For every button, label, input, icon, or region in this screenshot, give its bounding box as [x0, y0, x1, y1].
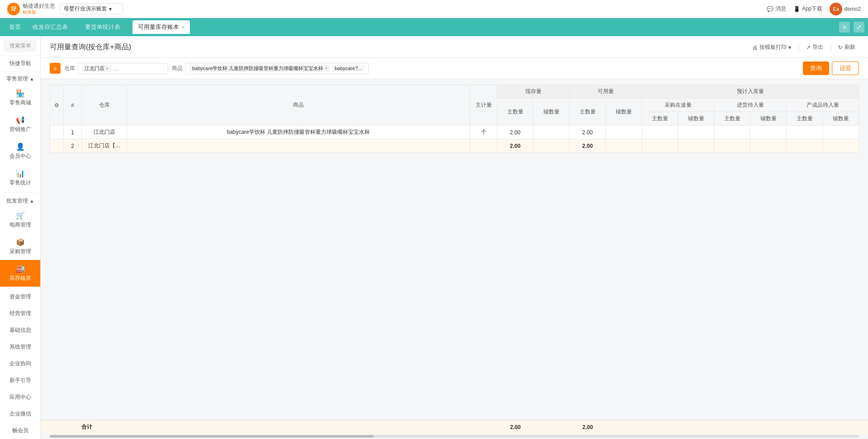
top-bar-left: 好 畅捷通好生意 标准版 母婴行业演示账套 ▾	[7, 3, 123, 15]
row1-current-aux	[533, 126, 570, 139]
row1-prod-main	[787, 126, 823, 139]
search-menu-button[interactable]: 搜索菜单	[4, 40, 37, 52]
warehouse-input[interactable]: 江北门店 × ...	[78, 63, 168, 74]
sidebar-item-retail-shop[interactable]: 🏪 零售商城	[0, 85, 40, 111]
refresh-icon: ↻	[838, 44, 843, 51]
col-header-no: #	[64, 85, 82, 126]
tab-close-receive[interactable]: ×	[71, 24, 73, 30]
warehouse-tag-remove-1[interactable]: ×	[106, 66, 108, 71]
footer-label: 合计	[81, 423, 211, 431]
sidebar-item-newbie[interactable]: 新手引导	[0, 372, 40, 389]
refresh-button[interactable]: ↻ 刷新	[835, 42, 859, 53]
divider-1	[4, 192, 37, 193]
action-divider-1	[798, 44, 799, 51]
col-subheader-prod-main: 主数量	[787, 112, 823, 126]
row2-warehouse: 江北门店【...	[82, 139, 127, 153]
sidebar-item-label-member2: 畅会员	[12, 427, 28, 434]
query-button[interactable]: 查询	[803, 61, 829, 75]
print-icon: 🖨	[752, 44, 758, 51]
sidebar-group-wholesale[interactable]: 批发管理 ▲	[0, 194, 40, 207]
scrollbar-thumb[interactable]	[50, 435, 373, 438]
sidebar-item-appcenter[interactable]: 应用中心	[0, 389, 40, 406]
row1-pur-aux	[678, 126, 714, 139]
sidebar-item-inventory[interactable]: 🏭 库存核算	[0, 260, 40, 287]
footer-table: 合计 2.00 2.00	[50, 423, 859, 431]
col-subheader-avail-main: 主数量	[570, 99, 606, 126]
export-button[interactable]: ↗ 导出	[802, 42, 827, 53]
row2-pen-aux	[750, 139, 787, 153]
row2-prod-main	[787, 139, 823, 153]
divider-2	[4, 288, 37, 288]
footer-current-main: 2.00	[497, 423, 533, 431]
tab-order-summary[interactable]: 要货单统计表 ×	[80, 20, 131, 34]
col-header-current-stock: 现存量	[497, 85, 570, 99]
col-header-available: 可用量	[570, 85, 642, 99]
sidebar-item-enterprise[interactable]: 企业协同	[0, 355, 40, 372]
col-subheader-pen-aux: 辅数量	[750, 112, 787, 126]
warehouse-label: 仓库	[64, 65, 75, 72]
sidebar-item-operations[interactable]: 经营管理	[0, 305, 40, 322]
product-input[interactable]: babycare学饮杯 儿童防摔防撞吸管杯重力球吸嘴杯宝宝水杯 × babyca…	[185, 63, 369, 74]
sidebar-item-label-system: 系统管理	[9, 343, 31, 351]
export-icon: ↗	[806, 44, 811, 51]
logo-icon: 好	[7, 3, 20, 15]
sidebar-item-member[interactable]: 👤 会员中心	[0, 138, 40, 165]
filter-expand-button[interactable]: »	[50, 63, 61, 74]
sidebar-item-purchase[interactable]: 📦 采购管理	[0, 233, 40, 260]
sidebar-item-finance[interactable]: 资金管理	[0, 288, 40, 305]
tab-available-stock[interactable]: 可用量库存账本 ×	[132, 20, 190, 34]
print-template-button[interactable]: 🖨 按模板打印 ▾	[749, 42, 795, 53]
row1-pen-aux	[750, 126, 787, 139]
sidebar: 搜索菜单 快捷导航 零售管理 ▲ 🏪 零售商城 📢 营销推广 👤 会员中心 📊 …	[0, 36, 41, 439]
table-footer: 合计 2.00 2.00	[41, 420, 868, 434]
nav-tabs: 首页 收发存汇总表 × 要货单统计表 × 可用量库存账本 × × ⤢	[0, 18, 868, 36]
sidebar-group-retail[interactable]: 零售管理 ▲	[0, 71, 40, 85]
fullscreen-button[interactable]: ⤢	[854, 22, 864, 33]
stock-table: ⚙ # 仓库 商品 主计量 现存量 可用量 预计入库量 主数量 辅数量 主数量	[50, 85, 859, 153]
close-all-button[interactable]: ×	[839, 22, 850, 33]
sidebar-quick-nav[interactable]: 快捷导航	[0, 56, 40, 71]
tab-receive-summary[interactable]: 收发存汇总表 ×	[27, 20, 79, 34]
top-bar-right: 💬 消息 📱 App下载 Ea demo2	[767, 3, 861, 15]
product-tag-remove-1[interactable]: ×	[325, 66, 327, 71]
warehouse-more-icon[interactable]: ...	[113, 65, 118, 72]
row1-unit: 个	[470, 126, 497, 139]
member-icon: 👤	[16, 142, 25, 151]
app-download-button[interactable]: 📱 App下载	[793, 5, 822, 13]
home-tab-label: 首页	[9, 23, 21, 31]
tab-home[interactable]: 首页	[4, 20, 26, 34]
user-avatar[interactable]: Ea demo2	[830, 3, 861, 15]
row2-avail-main: 2.00	[570, 139, 606, 153]
footer-current-aux	[533, 423, 570, 431]
table-settings-header[interactable]: ⚙	[50, 85, 64, 126]
sidebar-item-retail-stats[interactable]: 📊 零售统计	[0, 165, 40, 191]
logo-area: 好 畅捷通好生意 标准版	[7, 3, 55, 15]
print-dropdown-icon: ▾	[788, 44, 791, 51]
tab-close-available[interactable]: ×	[182, 24, 184, 30]
available-stock-label: 可用量库存账本	[138, 23, 179, 31]
page-actions: 🖨 按模板打印 ▾ ↗ 导出 ↻ 刷新	[749, 42, 859, 53]
row1-pen-main	[714, 126, 750, 139]
tenant-selector[interactable]: 母婴行业演示账套 ▾	[60, 3, 123, 14]
sidebar-item-marketing[interactable]: 📢 营销推广	[0, 111, 40, 138]
col-header-unit: 主计量	[470, 85, 497, 126]
order-summary-label: 要货单统计表	[85, 23, 120, 31]
sidebar-item-system[interactable]: 系统管理	[0, 339, 40, 355]
logo-text: 畅捷通好生意 标准版	[23, 3, 55, 14]
col-subheader-pen-main: 主数量	[714, 112, 750, 126]
horizontal-scrollbar[interactable]	[41, 434, 868, 439]
sidebar-item-ecommerce[interactable]: 🛒 电商管理	[0, 207, 40, 233]
tab-close-order[interactable]: ×	[123, 24, 126, 30]
sidebar-item-label-appcenter: 应用中心	[9, 393, 31, 401]
sidebar-item-wxwork[interactable]: 企业微信	[0, 406, 40, 422]
product-tag-1: babycare学饮杯 儿童防摔防撞吸管杯重力球吸嘴杯宝宝水杯 ×	[189, 65, 330, 72]
row2-no: 2	[64, 139, 82, 153]
sidebar-item-basic[interactable]: 基础信息	[0, 322, 40, 339]
sidebar-item-label-ecommerce: 电商管理	[9, 221, 31, 229]
wholesale-group-label: 批发管理	[6, 197, 28, 205]
page-title: 可用量查询(按仓库+商品)	[50, 42, 131, 52]
settings-button[interactable]: 设置	[832, 61, 859, 75]
message-button[interactable]: 💬 消息	[767, 5, 786, 13]
footer-prod-main	[787, 423, 823, 431]
sidebar-item-member2[interactable]: 畅会员	[0, 422, 40, 439]
